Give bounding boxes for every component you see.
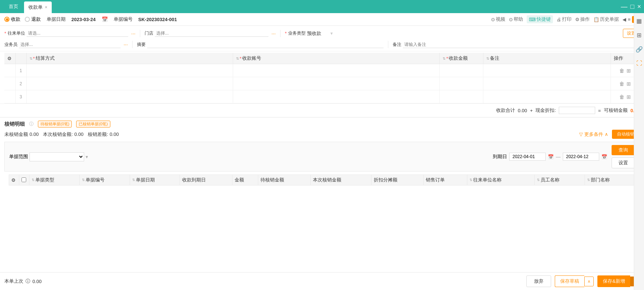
- tab-close-btn[interactable]: ×: [45, 5, 47, 10]
- row-gear-1: [4, 64, 15, 77]
- date-filter-row: 单据范围 ▾ 到期日 📅 — 📅 查询 设置: [4, 142, 640, 172]
- btm-pending-label: 待核销金额: [260, 177, 284, 183]
- minimize-btn[interactable]: —: [621, 3, 628, 11]
- print-btn[interactable]: 🖨 打印: [557, 16, 572, 23]
- row-settlement-1[interactable]: [26, 64, 233, 77]
- prev-btn[interactable]: ◀: [623, 16, 626, 23]
- btm-pending-header: 待核销金额: [258, 175, 310, 185]
- video-btn[interactable]: ⊙ 视频: [491, 16, 505, 23]
- row-remark-3[interactable]: [483, 90, 610, 103]
- btm-checkbox-header[interactable]: [19, 175, 30, 185]
- btm-current-label: 本次核销金额: [313, 177, 341, 183]
- filter-icon: ▽: [579, 132, 583, 137]
- table-header-row: ⚙ ⇅ * 结算方式 ⇅ * 收款账号: [4, 53, 640, 64]
- range-dropdown-arrow[interactable]: ▾: [86, 154, 88, 160]
- copy-icon-1[interactable]: ⊞: [627, 68, 631, 74]
- amount-header-label: 收款金额: [449, 55, 468, 62]
- copy-icon-2[interactable]: ⊞: [627, 81, 631, 87]
- sidebar-icon-2[interactable]: ⊞: [635, 30, 643, 40]
- btm-discount-header: 折扣分摊额: [371, 175, 423, 185]
- gear-header[interactable]: ⚙: [4, 53, 15, 64]
- calendar-icon[interactable]: 📅: [102, 16, 108, 22]
- save-new-btn[interactable]: 保存&新增: [597, 275, 630, 287]
- copy-icon-3[interactable]: ⊞: [627, 94, 631, 100]
- btm-discount-label: 折扣分摊额: [374, 177, 397, 183]
- summary-field: 摘要: [137, 41, 384, 48]
- tab-active-receipt[interactable]: 收款单 ×: [24, 1, 52, 13]
- done-tag-btn[interactable]: 已核销单据(0笔): [76, 121, 110, 128]
- footer-current-label: 本单上次: [4, 278, 23, 285]
- table-row: 1 🗑 ⊞: [4, 64, 640, 77]
- summary-input[interactable]: [147, 41, 384, 48]
- btm-type-header: ⇅ 单据类型: [30, 175, 80, 185]
- salesperson-more-btn[interactable]: ···: [123, 42, 128, 47]
- row-settlement-3[interactable]: [26, 90, 233, 103]
- filter-settings-btn[interactable]: 设置: [612, 157, 635, 168]
- delete-icon-2[interactable]: 🗑: [619, 81, 624, 87]
- radio-receipt[interactable]: 收款: [4, 16, 20, 23]
- row-account-2[interactable]: [233, 77, 439, 90]
- counterpart-more-btn[interactable]: ···: [131, 31, 136, 36]
- writeoff-title-row: 核销明细 ⓘ 待核销单据(0笔) 已核销单据(0笔): [4, 121, 640, 128]
- sort-icon3: ⇅: [443, 56, 445, 60]
- close-window-btn[interactable]: ×: [637, 3, 641, 11]
- nav-menu-btn[interactable]: ≡: [628, 16, 631, 23]
- sidebar-icon-3[interactable]: 🔗: [634, 44, 644, 54]
- delete-icon-3[interactable]: 🗑: [619, 94, 624, 100]
- receipt-table: ⚙ ⇅ * 结算方式 ⇅ * 收款账号: [4, 53, 640, 103]
- save-draft-btn[interactable]: 保存草稿: [555, 275, 584, 287]
- writeoff-table: ⚙ ⇅ 单据类型 ⇅: [9, 175, 635, 185]
- store-more-btn[interactable]: ···: [271, 31, 276, 36]
- tab-home[interactable]: 首页: [3, 0, 24, 13]
- table-row: 3 🗑 ⊞: [4, 90, 640, 103]
- pending-tag-btn[interactable]: 待核销单据(0笔): [38, 121, 72, 128]
- row-account-3[interactable]: [233, 90, 439, 103]
- query-btn[interactable]: 查询: [612, 145, 635, 155]
- row-remark-1[interactable]: [483, 64, 610, 77]
- discount-label: 现金折扣:: [535, 107, 556, 114]
- row-amount-1[interactable]: [440, 64, 483, 77]
- start-cal-icon[interactable]: 📅: [548, 154, 554, 160]
- save-draft-arrow-btn[interactable]: ∧: [584, 277, 594, 286]
- salesperson-input[interactable]: [19, 41, 121, 48]
- end-cal-icon[interactable]: 📅: [601, 154, 607, 160]
- discount-input[interactable]: [559, 107, 595, 114]
- footer-info-icon[interactable]: ⓘ: [25, 278, 30, 285]
- row-settlement-2[interactable]: [26, 77, 233, 90]
- bottom-table-section: ⚙ ⇅ 单据类型 ⇅: [4, 175, 640, 185]
- row-amount-3[interactable]: [440, 90, 483, 103]
- sidebar-icon-1[interactable]: ▦: [635, 16, 643, 26]
- range-dropdown[interactable]: [30, 152, 84, 161]
- gear-icon: ⚙: [7, 56, 12, 61]
- operation-btn[interactable]: ⚙ 操作: [575, 16, 590, 23]
- current-stat: 本次核销金额: 0.00: [43, 131, 83, 138]
- row-amount-2[interactable]: [440, 77, 483, 90]
- writeoff-info-icon[interactable]: ⓘ: [29, 121, 34, 127]
- radio-refund[interactable]: 退款: [25, 16, 41, 23]
- start-date-input[interactable]: [509, 153, 546, 161]
- history-btn[interactable]: 📋 历史单据: [593, 16, 619, 23]
- row-account-1[interactable]: [233, 64, 439, 77]
- row-remark-2[interactable]: [483, 77, 610, 90]
- help-btn[interactable]: ⊙ 帮助: [509, 16, 523, 23]
- counterpart-input[interactable]: [27, 30, 128, 37]
- remark-input[interactable]: [403, 41, 640, 48]
- maximize-btn[interactable]: □: [631, 3, 635, 11]
- select-all-checkbox[interactable]: [21, 177, 26, 182]
- end-date-input[interactable]: [563, 153, 599, 161]
- more-conditions-btn[interactable]: ▽ 更多条件 ∧: [579, 131, 608, 138]
- btm-date-header: ⇅ 单据日期: [130, 175, 180, 185]
- discard-btn[interactable]: 放弃: [526, 275, 551, 287]
- sidebar-icon-4[interactable]: ⛶: [635, 59, 644, 68]
- biz-type-arrow[interactable]: ▾: [330, 31, 333, 36]
- salesperson-label: 业务员: [4, 42, 17, 48]
- biz-type-select[interactable]: 预收款 ▾: [307, 30, 333, 37]
- store-input[interactable]: [155, 30, 268, 37]
- divider-1: [140, 30, 140, 37]
- counterpart-required: *: [4, 31, 6, 36]
- store-label: 门店: [145, 30, 153, 36]
- shortcut-btn[interactable]: ⌨ 快捷键: [527, 15, 553, 23]
- delete-icon-1[interactable]: 🗑: [619, 68, 624, 74]
- btm-gear-header[interactable]: ⚙: [9, 175, 19, 185]
- unwritten-stat: 未核销金额 0.00: [4, 131, 39, 138]
